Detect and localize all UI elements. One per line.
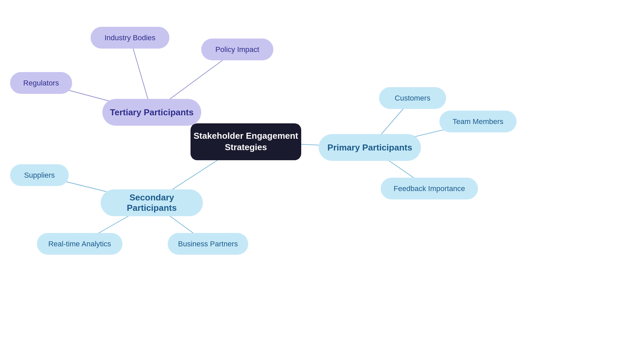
suppliers-node: Suppliers (10, 164, 69, 186)
feedback-importance-node: Feedback Importance (381, 178, 478, 199)
center-node: Stakeholder EngagementStrategies (191, 123, 301, 160)
realtime-label: Real-time Analytics (42, 240, 118, 248)
policy-impact-label: Policy Impact (209, 45, 266, 54)
regulators-label: Regulators (16, 79, 65, 87)
industry-bodies-label: Industry Bodies (98, 34, 162, 42)
primary-participants-node: Primary Participants (319, 134, 421, 161)
suppliers-label: Suppliers (17, 171, 62, 180)
regulators-node: Regulators (10, 72, 72, 94)
customers-node: Customers (379, 87, 446, 109)
tertiary-label: Tertiary Participants (103, 107, 201, 118)
business-partners-node: Business Partners (168, 233, 248, 255)
industry-bodies-node: Industry Bodies (91, 27, 169, 49)
secondary-participants-node: Secondary Participants (101, 189, 203, 216)
tertiary-participants-node: Tertiary Participants (102, 99, 201, 126)
primary-label: Primary Participants (321, 142, 419, 153)
policy-impact-node: Policy Impact (201, 39, 273, 60)
team-members-node: Team Members (439, 111, 517, 132)
realtime-analytics-node: Real-time Analytics (37, 233, 122, 255)
business-partners-label: Business Partners (171, 240, 245, 248)
secondary-label: Secondary Participants (101, 192, 203, 213)
team-members-label: Team Members (446, 117, 510, 126)
feedback-label: Feedback Importance (387, 184, 472, 193)
customers-label: Customers (388, 94, 437, 103)
center-label: Stakeholder EngagementStrategies (194, 130, 298, 153)
